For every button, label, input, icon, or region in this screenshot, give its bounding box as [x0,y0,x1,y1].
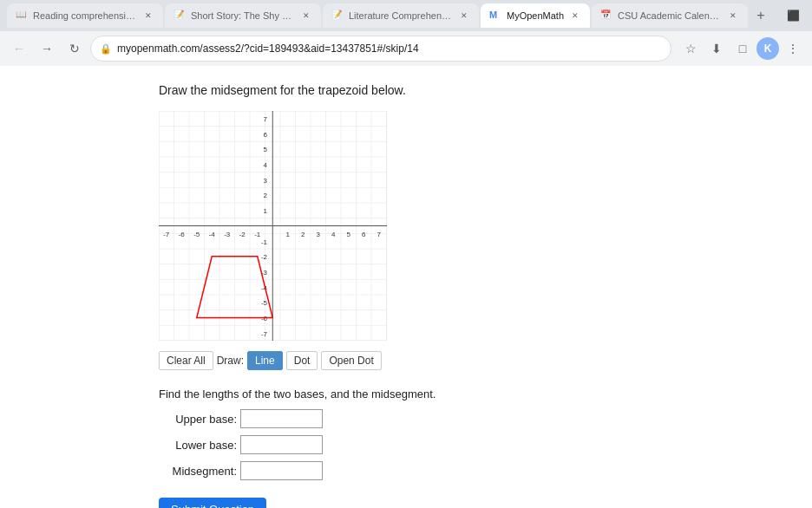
tab-label-shortstory: Short Story: The Shy Soccer S... [191,10,295,21]
tab-label-literature: Literature Comprehension Sh... [349,10,453,21]
menu-button[interactable]: ⋮ [781,36,805,61]
tab-myopenmath[interactable]: M MyOpenMath ✕ [481,3,590,28]
svg-text:4: 4 [331,231,336,238]
tab-close-shortstory[interactable]: ✕ [300,10,312,22]
toolbar-icons: ☆ ⬇ □ K ⋮ [678,36,805,61]
svg-text:1: 1 [264,207,268,215]
svg-text:-3: -3 [224,231,231,238]
svg-text:2: 2 [264,192,268,199]
svg-text:-6: -6 [179,231,186,238]
reload-icon: ↻ [69,42,80,55]
page-content: Draw the midsegment for the trapezoid be… [133,66,679,508]
midsegment-row: Midsegment: [159,461,653,480]
svg-text:5: 5 [264,146,268,153]
dot-button[interactable]: Dot [286,351,318,370]
svg-text:7: 7 [377,231,382,238]
svg-text:-2: -2 [261,253,268,261]
svg-text:-5: -5 [193,231,200,238]
tab-label-reading: Reading comprehension stori... [33,10,137,21]
svg-text:3: 3 [317,231,321,238]
submit-button[interactable]: Submit Question [159,498,266,508]
draw-label: Draw: [217,355,244,367]
tab-favicon-reading: 📖 [16,10,28,22]
svg-text:2: 2 [301,231,305,238]
download-button[interactable]: ⬇ [704,36,729,61]
tab-csu[interactable]: 📅 CSU Academic Calendar to g... ✕ [592,3,748,28]
question-title: Draw the midsegment for the trapezoid be… [159,83,653,97]
tab-favicon-myopenmath: M [489,10,501,22]
forward-icon: → [41,42,53,55]
tab-label-myopenmath: MyOpenMath [507,10,564,21]
svg-text:1: 1 [286,231,291,238]
svg-text:6: 6 [264,131,268,139]
url-display: myopenmath.com/assess2/?cid=189493&aid=1… [117,42,662,55]
svg-text:-4: -4 [209,231,216,238]
back-button[interactable]: ← [7,36,31,61]
midsegment-label: Midsegment: [159,465,237,478]
tab-favicon-literature: 📝 [331,10,344,22]
tab-close-myopenmath[interactable]: ✕ [569,10,581,22]
browser-chrome: 📖 Reading comprehension stori... ✕ 📝 Sho… [0,0,812,66]
draw-toolbar: Clear All Draw: Line Dot Open Dot [159,351,653,370]
lower-base-label: Lower base: [159,439,237,452]
midsegment-input[interactable] [240,461,323,480]
svg-text:-2: -2 [239,231,246,238]
back-icon: ← [13,42,25,55]
svg-text:-7: -7 [163,231,170,238]
svg-text:4: 4 [264,161,268,169]
browser-controls: ← → ↻ 🔒 myopenmath.com/assess2/?cid=1894… [0,31,812,66]
form-section: Find the lengths of the two bases, and t… [159,388,653,508]
svg-text:6: 6 [362,231,366,238]
upper-base-row: Upper base: [159,409,653,428]
tab-bar: 📖 Reading comprehension stori... ✕ 📝 Sho… [0,0,812,31]
new-tab-button[interactable]: + [750,4,772,27]
svg-text:-5: -5 [261,299,268,307]
form-title: Find the lengths of the two bases, and t… [159,388,653,401]
window-minimize[interactable]: ⬛ [781,3,805,28]
address-bar[interactable]: 🔒 myopenmath.com/assess2/?cid=189493&aid… [90,36,671,62]
tab-literature[interactable]: 📝 Literature Comprehension Sh... ✕ [323,3,479,28]
tab-search-button[interactable]: □ [730,36,755,61]
forward-button[interactable]: → [35,36,59,61]
upper-base-input[interactable] [240,409,323,428]
profile-button[interactable]: K [756,37,779,60]
open-dot-button[interactable]: Open Dot [321,351,381,370]
line-button[interactable]: Line [247,351,283,370]
svg-text:7: 7 [264,115,268,123]
svg-text:3: 3 [264,177,268,185]
svg-text:-1: -1 [254,231,261,238]
clear-all-button[interactable]: Clear All [159,351,213,370]
upper-base-label: Upper base: [159,413,237,426]
tab-favicon-csu: 📅 [600,10,612,22]
lower-base-input[interactable] [240,435,323,454]
lower-base-row: Lower base: [159,435,653,454]
graph-container: -7 -6 -5 -4 -3 -2 -1 1 2 3 4 5 6 7 7 6 5 [159,111,387,341]
coordinate-graph: -7 -6 -5 -4 -3 -2 -1 1 2 3 4 5 6 7 7 6 5 [159,111,387,341]
tab-label-csu: CSU Academic Calendar to g... [618,10,722,21]
reload-button[interactable]: ↻ [62,36,87,61]
svg-text:-7: -7 [261,330,268,338]
profile-initial: K [764,42,772,55]
svg-text:-6: -6 [261,315,268,322]
lock-icon: 🔒 [100,43,112,55]
bookmark-star-button[interactable]: ☆ [678,36,703,61]
tab-close-literature[interactable]: ✕ [458,10,470,22]
tab-shortstory[interactable]: 📝 Short Story: The Shy Soccer S... ✕ [165,3,321,28]
tab-close-reading[interactable]: ✕ [142,10,154,22]
svg-text:5: 5 [347,231,351,238]
tab-favicon-shortstory: 📝 [174,10,186,22]
svg-text:-1: -1 [261,238,268,246]
tab-close-csu[interactable]: ✕ [727,10,739,22]
tab-reading[interactable]: 📖 Reading comprehension stori... ✕ [7,3,163,28]
